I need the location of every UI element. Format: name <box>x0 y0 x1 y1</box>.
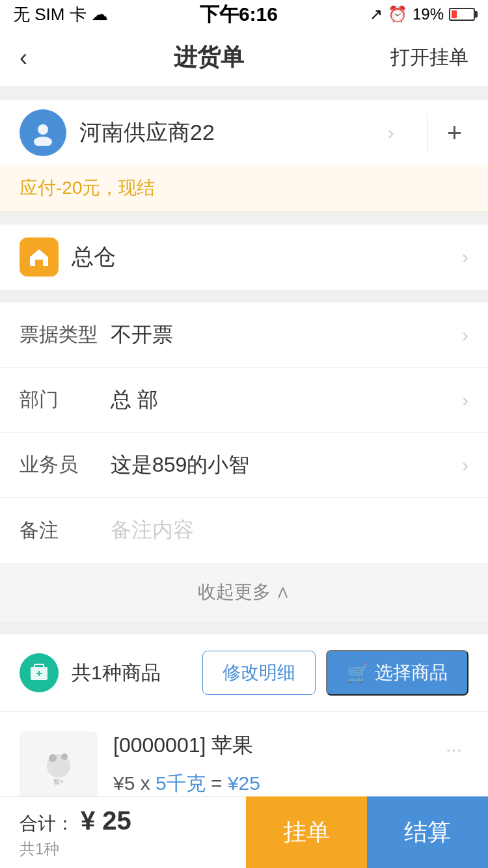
warehouse-row[interactable]: 总仓 › <box>0 224 488 290</box>
alarm-icon: ⏰ <box>388 5 407 23</box>
page-title: 进货单 <box>174 42 244 74</box>
department-label: 部门 <box>20 387 111 413</box>
product-more-button[interactable]: ··· <box>439 738 468 760</box>
salesman-row[interactable]: 业务员 这是859的小智 › <box>0 433 488 498</box>
svg-text:響+: 響+ <box>53 778 64 785</box>
supplier-divider <box>427 113 427 152</box>
total-sub: 共1种 <box>20 839 226 860</box>
nav-bar: ‹ 进货单 打开挂单 <box>0 29 488 87</box>
supplier-chevron-icon: › <box>388 122 394 144</box>
top-divider <box>0 87 488 100</box>
product-title: 苹果 <box>211 733 253 757</box>
settle-button[interactable]: 结算 <box>367 796 488 868</box>
svg-point-6 <box>49 754 57 762</box>
edit-detail-button[interactable]: 修改明细 <box>202 651 316 695</box>
product-unit-price: ¥5 x <box>113 772 156 794</box>
remark-input[interactable]: 备注内容 <box>111 516 468 545</box>
divider-4 <box>0 621 488 634</box>
svg-point-1 <box>34 137 52 146</box>
footer-total-line: 合计： ¥ 25 <box>20 806 226 836</box>
info-banner: 应付-20元，现结 <box>0 165 488 211</box>
product-quantity: 5千克 <box>156 772 206 794</box>
add-supplier-button[interactable]: + <box>441 112 468 154</box>
invoice-label: 票据类型 <box>20 321 111 348</box>
select-product-button[interactable]: 🛒 选择商品 <box>326 650 468 696</box>
cart-icon: 🛒 <box>347 662 370 684</box>
status-right: ↗ ⏰ 19% <box>370 5 475 23</box>
battery-text: 19% <box>413 5 444 23</box>
invoice-value: 不开票 <box>111 321 462 349</box>
invoice-row[interactable]: 票据类型 不开票 › <box>0 303 488 368</box>
footer: 合计： ¥ 25 共1种 挂单 结算 <box>0 796 488 868</box>
supplier-section[interactable]: 河南供应商22 › + <box>0 100 488 165</box>
form-section: 票据类型 不开票 › 部门 总 部 › 业务员 这是859的小智 › 备注 备注… <box>0 303 488 563</box>
svg-point-7 <box>61 753 68 760</box>
warehouse-icon <box>20 237 59 277</box>
collapse-bar[interactable]: 收起更多 ∧ <box>0 563 488 621</box>
product-info: [0000001] 苹果 ¥5 x 5千克 = ¥25 <box>113 731 439 797</box>
remark-label: 备注 <box>20 517 111 544</box>
invoice-chevron-icon: › <box>462 324 468 346</box>
battery-icon <box>449 8 475 21</box>
remark-row[interactable]: 备注 备注内容 <box>0 498 488 563</box>
supplier-name: 河南供应商22 <box>79 118 388 148</box>
warehouse-chevron-icon: › <box>462 246 468 268</box>
footer-total: 合计： ¥ 25 共1种 <box>0 796 246 868</box>
carrier-text: 无 SIM 卡 ☁ <box>13 3 108 26</box>
collapse-text: 收起更多 ∧ <box>198 580 291 604</box>
product-name: [0000001] 苹果 <box>113 731 439 760</box>
supplier-avatar <box>20 109 66 156</box>
warehouse-name: 总仓 <box>72 242 462 272</box>
product-total: ¥25 <box>228 772 260 794</box>
department-row[interactable]: 部门 总 部 › <box>0 368 488 433</box>
products-count: 共1种商品 <box>72 660 202 686</box>
status-left: 无 SIM 卡 ☁ <box>13 3 108 26</box>
hang-button[interactable]: 挂单 <box>246 796 367 868</box>
department-chevron-icon: › <box>462 389 468 411</box>
department-value: 总 部 <box>111 386 462 414</box>
back-button[interactable]: ‹ <box>20 44 27 72</box>
salesman-value: 这是859的小智 <box>111 451 462 480</box>
total-label: 合计： <box>20 811 74 836</box>
products-header: 共1种商品 修改明细 🛒 选择商品 <box>0 634 488 712</box>
status-bar: 无 SIM 卡 ☁ 下午6:16 ↗ ⏰ 19% <box>0 0 488 29</box>
products-icon <box>20 653 59 692</box>
product-equals: = <box>211 772 228 794</box>
salesman-chevron-icon: › <box>462 454 468 476</box>
divider-3 <box>0 290 488 303</box>
product-id: [0000001] <box>113 733 211 757</box>
divider-2 <box>0 211 488 224</box>
total-amount: ¥ 25 <box>81 806 131 835</box>
svg-point-0 <box>38 124 48 135</box>
status-time: 下午6:16 <box>200 1 278 28</box>
location-icon: ↗ <box>370 5 383 23</box>
open-hang-button[interactable]: 打开挂单 <box>390 44 468 71</box>
product-price: ¥5 x 5千克 = ¥25 <box>113 770 439 797</box>
salesman-label: 业务员 <box>20 452 111 478</box>
warehouse-section: 总仓 › <box>0 224 488 290</box>
